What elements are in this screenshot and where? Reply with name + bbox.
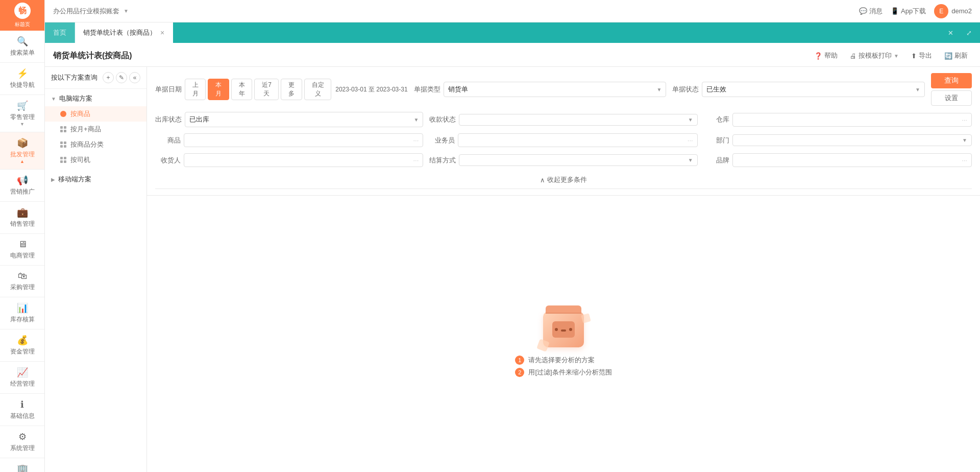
sidebar-item-system[interactable]: ⚙ 系统管理 [0, 426, 45, 458]
filter-doc-status: 单据状态 已生效 ▼ [672, 82, 925, 97]
user-info[interactable]: E demo2 [934, 4, 972, 18]
by-goods-category-icon [59, 140, 67, 149]
sidebar-item-corp[interactable]: 🏢 企业协同 [0, 458, 45, 472]
sidebar-item-marketing[interactable]: 📢 营销推广 [0, 170, 45, 202]
dept-caret-icon: ▼ [962, 137, 967, 143]
sidebar-item-inventory[interactable]: 📊 库存核算 [0, 297, 45, 329]
receiver-label: 收货人 [155, 156, 181, 165]
filter-salesman: 业务员 ··· [429, 133, 697, 147]
warehouse-select[interactable]: ··· [732, 113, 972, 127]
sidebar-item-operations[interactable]: 📈 经营管理 [0, 362, 45, 394]
sidebar-item-quick-nav[interactable]: ⚡ 快捷导航 [0, 63, 45, 95]
doc-status-select[interactable]: 已生效 ▼ [702, 82, 925, 97]
wholesale-expand-icon: ▲ [20, 159, 24, 164]
export-label: 导出 [919, 51, 932, 60]
sidebar-item-retail[interactable]: 🛒 零售管理 ▼ [0, 95, 45, 132]
scheme-item-by-goods-category[interactable]: 按商品分类 [45, 137, 146, 152]
top-bar-right: 💬 消息 📱 App下载 E demo2 [859, 4, 972, 18]
sidebar-item-finance-label: 资金管理 [10, 347, 35, 356]
dept-select[interactable]: ▼ [732, 134, 972, 146]
message-btn[interactable]: 💬 消息 [859, 7, 883, 16]
brand-select[interactable]: ··· [732, 153, 972, 167]
box-deco-2 [581, 313, 591, 323]
query-btn[interactable]: 查询 [931, 73, 972, 88]
sidebar-item-ecommerce[interactable]: 🖥 电商管理 [0, 234, 45, 266]
filter-receiver: 收货人 ··· [155, 153, 423, 167]
scheme-section-pc-header[interactable]: ▼ 电脑端方案 [45, 91, 146, 106]
filter-goods: 商品 ··· [155, 133, 423, 147]
app-selector-label[interactable]: 办公用品行业模拟账套 [53, 7, 119, 16]
sidebar-item-wholesale-label: 批发管理 [10, 150, 35, 159]
goods-label: 商品 [155, 136, 181, 145]
print-btn[interactable]: 🖨 按模板打印 ▼ [846, 49, 903, 62]
tab-close-btn[interactable]: ✕ [943, 26, 958, 40]
date-btn-current-year[interactable]: 本年 [231, 79, 252, 100]
system-icon: ⚙ [18, 431, 27, 442]
settings-btn[interactable]: 设置 [931, 90, 972, 106]
date-btn-more[interactable]: 更多 [281, 79, 302, 100]
filter-section: 单据日期 上月 本月 本年 近7天 更多 自定义 2023-03-01 至 20… [147, 67, 980, 196]
filter-row-3: 商品 ··· 业务员 [155, 133, 972, 147]
scheme-item-by-goods[interactable]: 按商品 [45, 106, 146, 122]
sidebar-item-basic[interactable]: ℹ 基础信息 [0, 394, 45, 426]
date-btn-prev-month[interactable]: 上月 [185, 79, 206, 100]
date-range-text: 2023-03-01 至 2023-03-31 [335, 85, 407, 94]
tab-home[interactable]: 首页 [45, 22, 75, 43]
pc-section-title: 电脑端方案 [59, 94, 92, 103]
export-btn[interactable]: ⬆ 导出 [907, 49, 936, 62]
corp-icon: 🏢 [17, 463, 28, 472]
user-label: demo2 [951, 7, 972, 15]
app-download-label: App下载 [901, 7, 926, 16]
sidebar-item-search[interactable]: 🔍 搜索菜单 [0, 31, 45, 63]
logo-label: 标题页 [15, 21, 30, 28]
collect-status-select[interactable]: ▼ [459, 114, 697, 126]
out-status-select[interactable]: 已出库 ▼ [185, 112, 423, 127]
refresh-btn[interactable]: 🔄 刷新 [940, 49, 972, 62]
scheme-item-by-cashier[interactable]: 按司机 [45, 152, 146, 168]
hint-text-1: 请先选择要分析的方案 [528, 356, 595, 365]
scheme-section-mobile-header[interactable]: ▶ 移动端方案 [45, 172, 146, 187]
receiver-select[interactable]: ··· [184, 153, 423, 167]
scheme-edit-btn[interactable]: ✎ [116, 72, 127, 83]
sidebar-item-system-label: 系统管理 [10, 444, 35, 453]
svg-rect-5 [60, 141, 63, 144]
avatar: E [934, 4, 948, 18]
sidebar-item-sales[interactable]: 💼 销售管理 [0, 202, 45, 234]
app-download-btn[interactable]: 📱 App下载 [891, 7, 926, 16]
sidebar-item-operations-label: 经营管理 [10, 380, 35, 388]
brand-control: ··· [732, 153, 972, 167]
doc-type-label: 单据类型 [414, 85, 440, 94]
dropdown-arrow-icon[interactable]: ▼ [124, 8, 129, 14]
page-actions: ❓ 帮助 🖨 按模板打印 ▼ ⬆ 导出 🔄 刷新 [810, 49, 972, 62]
print-dropdown-icon[interactable]: ▼ [894, 53, 899, 59]
date-btn-7days[interactable]: 近7天 [254, 79, 279, 100]
tab-sales-stat[interactable]: 销货单统计表（按商品） × [75, 22, 173, 43]
by-goods-icon [59, 110, 67, 118]
help-btn[interactable]: ❓ 帮助 [810, 49, 842, 62]
salesman-select[interactable]: ··· [458, 133, 697, 147]
scheme-collapse-btn[interactable]: « [129, 72, 140, 83]
date-btn-custom[interactable]: 自定义 [304, 79, 331, 100]
filter-payment: 结算方式 ▼ [429, 154, 697, 166]
sidebar-item-wholesale[interactable]: 📦 批发管理 ▲ [0, 132, 45, 170]
filter-row-2: 出库状态 已出库 ▼ 收款状态 [155, 112, 972, 127]
svg-rect-3 [60, 130, 63, 132]
tab-close-icon[interactable]: × [160, 29, 164, 37]
goods-select[interactable]: ··· [184, 133, 423, 147]
refresh-label: 刷新 [954, 51, 968, 60]
scheme-add-btn[interactable]: + [103, 72, 114, 83]
print-icon: 🖨 [850, 52, 856, 60]
tab-maximize-btn[interactable]: ⤢ [962, 26, 976, 40]
scheme-item-by-month-goods[interactable]: 按月+商品 [45, 122, 146, 137]
payment-select[interactable]: ▼ [459, 154, 697, 166]
sidebar-item-purchase[interactable]: 🛍 采购管理 [0, 266, 45, 297]
sidebar-item-finance[interactable]: 💰 资金管理 [0, 329, 45, 362]
app-logo[interactable]: 畅 标题页 [0, 0, 45, 31]
empty-state: 1 请先选择要分析的方案 2 用[过滤]条件来缩小分析范围 [515, 291, 611, 377]
out-status-caret-icon: ▼ [413, 117, 419, 123]
date-btn-current-month[interactable]: 本月 [208, 79, 229, 100]
sidebar-item-sales-label: 销售管理 [10, 220, 35, 228]
print-label: 按模板打印 [859, 51, 892, 60]
collapse-bar[interactable]: ∧ 收起更多条件 [155, 171, 972, 189]
doc-type-select[interactable]: 销货单 ▼ [444, 82, 667, 97]
